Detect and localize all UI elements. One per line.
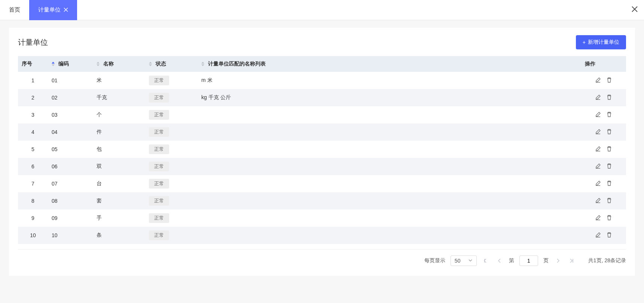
status-badge: 正常 [149,110,169,120]
chevron-down-icon [468,258,473,264]
cell-match: kg 千克 公斤 [198,89,581,106]
cell-match: m 米 [198,72,581,89]
cell-match [198,192,581,209]
tab-home-label: 首页 [9,6,20,13]
cell-name: 件 [93,123,145,141]
cell-action [581,72,626,89]
cell-match [198,106,581,123]
delete-icon[interactable] [606,163,612,169]
plus-icon: + [583,40,586,45]
th-code[interactable]: 编码 [48,56,93,72]
table-wrapper: 序号 编码 名称 状态 [18,56,626,248]
edit-icon[interactable] [595,198,601,203]
first-page-icon[interactable] [482,258,490,263]
cell-code: 06 [48,158,93,175]
cell-match [198,175,581,192]
edit-icon[interactable] [595,77,601,83]
cell-code: 11 [48,244,93,248]
edit-icon[interactable] [595,146,601,152]
cell-index: 7 [18,175,48,192]
delete-icon[interactable] [606,146,612,152]
status-badge: 正常 [149,230,169,240]
table-scroll[interactable]: 101米正常m 米202千克正常kg 千克 公斤303个正常404件正常505包… [18,72,626,248]
cell-code: 04 [48,123,93,141]
cell-action [581,244,626,248]
cell-match [198,244,581,248]
edit-icon[interactable] [595,111,601,117]
last-page-icon[interactable] [567,258,576,263]
cell-status: 正常 [145,89,198,106]
delete-icon[interactable] [606,111,612,117]
cell-index: 6 [18,158,48,175]
cell-name: 包 [93,141,145,158]
status-badge: 正常 [149,213,169,223]
cell-code: 03 [48,106,93,123]
tab-units[interactable]: 计量单位 [29,0,77,20]
cell-action [581,106,626,123]
sort-icon[interactable] [97,62,100,66]
table-row: 808套正常 [18,192,626,209]
cell-code: 08 [48,192,93,209]
add-unit-button[interactable]: + 新增计量单位 [576,35,626,49]
delete-icon[interactable] [606,215,612,221]
prev-page-icon[interactable] [495,258,504,263]
sort-icon[interactable] [201,62,204,66]
cell-status: 正常 [145,209,198,227]
table-row: 505包正常 [18,141,626,158]
cell-code: 10 [48,227,93,244]
cell-match [198,209,581,227]
cell-name: 台 [93,175,145,192]
cell-status: 正常 [145,158,198,175]
edit-icon[interactable] [595,180,601,186]
status-badge: 正常 [149,162,169,171]
th-name[interactable]: 名称 [93,56,145,72]
close-icon[interactable] [64,7,68,13]
table-row: 101米正常m 米 [18,72,626,89]
table-row: 1111瓶正常 [18,244,626,248]
th-status[interactable]: 状态 [145,56,198,72]
cell-status: 正常 [145,123,198,141]
cell-index: 11 [18,244,48,248]
page-size-select[interactable]: 50 [451,255,477,266]
edit-icon[interactable] [595,215,601,221]
delete-icon[interactable] [606,180,612,186]
close-all-icon[interactable] [631,6,638,14]
next-page-icon[interactable] [554,258,562,263]
sort-icon[interactable] [149,62,152,66]
cell-index: 8 [18,192,48,209]
cell-index: 9 [18,209,48,227]
delete-icon[interactable] [606,198,612,203]
cell-name: 米 [93,72,145,89]
cell-code: 02 [48,89,93,106]
pagination: 每页显示 50 第 页 共1页, 28条记录 [18,249,626,268]
th-action: 操作 [581,56,626,72]
page-prefix: 第 [509,257,514,264]
table-row: 707台正常 [18,175,626,192]
cell-status: 正常 [145,192,198,209]
edit-icon[interactable] [595,129,601,135]
cell-match [198,158,581,175]
page-title: 计量单位 [18,37,48,48]
delete-icon[interactable] [606,129,612,135]
cell-status: 正常 [145,175,198,192]
sort-icon[interactable] [52,62,55,66]
cell-code: 07 [48,175,93,192]
delete-icon[interactable] [606,94,612,100]
delete-icon[interactable] [606,77,612,83]
delete-icon[interactable] [606,232,612,238]
cell-status: 正常 [145,141,198,158]
page-number-input[interactable] [519,255,538,266]
cell-status: 正常 [145,227,198,244]
edit-icon[interactable] [595,94,601,100]
cell-action [581,227,626,244]
cell-action [581,209,626,227]
table-row: 303个正常 [18,106,626,123]
cell-index: 3 [18,106,48,123]
th-match[interactable]: 计量单位匹配的名称列表 [198,56,581,72]
edit-icon[interactable] [595,232,601,238]
data-table-header: 序号 编码 名称 状态 [18,56,626,72]
table-row: 909手正常 [18,209,626,227]
status-badge: 正常 [149,196,169,206]
tab-home[interactable]: 首页 [0,0,29,20]
edit-icon[interactable] [595,163,601,169]
